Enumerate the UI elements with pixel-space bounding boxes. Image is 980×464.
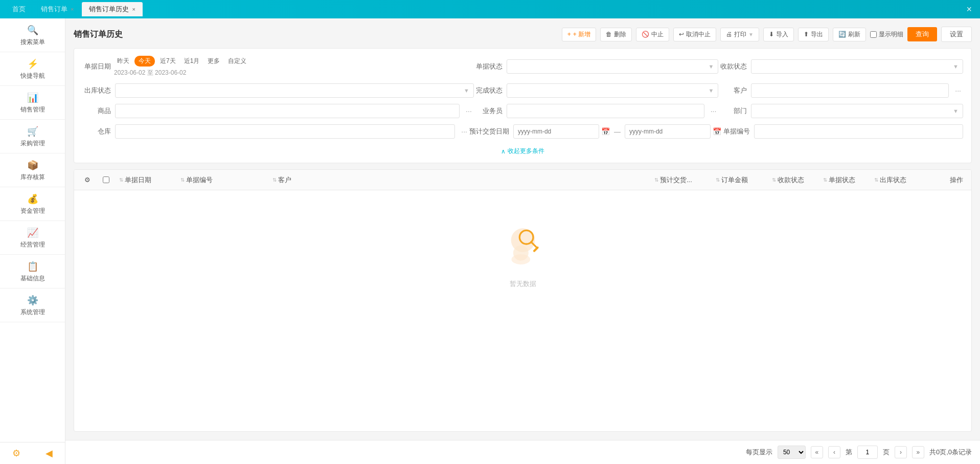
customer-more-btn[interactable]: ···: [953, 86, 963, 95]
first-page-btn[interactable]: «: [811, 446, 823, 458]
warehouse-input[interactable]: [115, 124, 455, 139]
per-page-select[interactable]: 50 10 20 100: [778, 446, 806, 459]
new-button[interactable]: + + 新增: [562, 28, 596, 41]
sidebar-item-finance[interactable]: 💰 资金管理: [0, 187, 65, 221]
delivery-date-label: 预计交货日期: [469, 127, 509, 136]
sidebar-collapse-btn[interactable]: ◀: [45, 448, 53, 459]
sidebar-settings-btn[interactable]: ⚙: [12, 448, 20, 459]
goods-more-btn[interactable]: ···: [464, 107, 474, 115]
sidebar-item-system[interactable]: ⚙️ 系统管理: [0, 289, 65, 322]
delivery-end-input[interactable]: [625, 124, 711, 139]
last-page-btn[interactable]: »: [912, 446, 924, 458]
sidebar-item-inventory[interactable]: 📦 库存核算: [0, 153, 65, 187]
th-delivery: ⇅ 预计交货...: [650, 175, 712, 185]
date-label: 单据日期: [82, 62, 111, 71]
empty-illustration: [497, 221, 549, 272]
empty-state: 暂无数据: [74, 190, 971, 309]
new-icon: +: [567, 31, 571, 38]
stock-status-select[interactable]: ▼: [115, 83, 474, 98]
th-sort-status-icon: ⇅: [823, 177, 827, 183]
window-close-btn[interactable]: ×: [963, 3, 975, 16]
cancel-stop-button[interactable]: ↩ 取消中止: [673, 28, 716, 41]
salesperson-more-btn[interactable]: ···: [709, 107, 719, 115]
collapse-btn[interactable]: ∧ 收起更多条件: [82, 145, 963, 156]
query-button[interactable]: 查询: [907, 27, 937, 41]
filter-order-no: 单据编号: [721, 124, 963, 139]
goods-input[interactable]: [115, 104, 460, 118]
toolbar: + + 新增 🗑 删除 🚫 中止 ↩ 取消中止: [562, 27, 972, 42]
refresh-button[interactable]: 🔄 刷新: [833, 28, 866, 41]
order-no-input[interactable]: [754, 124, 963, 139]
th-amount: ⇅ 订单金额: [712, 175, 768, 185]
print-button[interactable]: 🖨 打印 ▼: [720, 28, 759, 41]
content-area: 销售订单历史 + + 新增 🗑 删除 🚫 中止 ↩: [65, 18, 980, 464]
sidebar-item-search-label: 搜索菜单: [20, 38, 45, 47]
date-opt-custom[interactable]: 自定义: [225, 56, 249, 67]
stop-button[interactable]: 🚫 中止: [636, 28, 669, 41]
tab-sales-history-close[interactable]: ×: [132, 6, 135, 12]
sidebar-item-purchase[interactable]: 🛒 采购管理: [0, 120, 65, 153]
th-check[interactable]: [97, 176, 115, 183]
filter-date: 单据日期 昨天 今天 近7天 近1月 更多 自定义 2023-06-02 至 2…: [82, 56, 474, 77]
next-page-btn[interactable]: ›: [895, 446, 907, 458]
complete-status-select[interactable]: ▼: [507, 83, 719, 98]
tab-sales-history[interactable]: 销售订单历史 ×: [82, 2, 142, 16]
date-opt-today[interactable]: 今天: [134, 56, 155, 67]
total-label: 共0页,0条记录: [929, 448, 972, 457]
sidebar-item-search[interactable]: 🔍 搜索菜单: [0, 18, 65, 52]
salesperson-input[interactable]: [507, 104, 704, 118]
select-all-checkbox[interactable]: [103, 176, 109, 183]
top-bar-right: ×: [963, 3, 975, 16]
page-label-suffix: 页: [883, 448, 890, 457]
collect-status-label: 收款状态: [718, 62, 747, 71]
dept-label: 部门: [718, 106, 747, 116]
th-settings[interactable]: ⚙: [78, 176, 97, 184]
customer-label: 客户: [718, 86, 747, 95]
inventory-icon: 📦: [27, 160, 38, 171]
delivery-start-input[interactable]: [513, 124, 599, 139]
delivery-start-cal-icon[interactable]: 📅: [601, 127, 610, 136]
th-customer: ⇅ 客户: [268, 175, 650, 185]
warehouse-more-btn[interactable]: ···: [459, 127, 469, 136]
dept-select[interactable]: ▼: [751, 104, 963, 118]
bill-status-select[interactable]: ▼: [507, 59, 719, 74]
goods-label: 商品: [82, 106, 111, 116]
filter-complete-status: 完成状态 ▼: [474, 83, 719, 98]
stop-label: 中止: [651, 30, 664, 39]
date-opt-1month[interactable]: 近1月: [181, 56, 203, 67]
sidebar-item-operations[interactable]: 📈 经营管理: [0, 221, 65, 255]
import-button[interactable]: ⬇ 导入: [763, 28, 794, 41]
dept-arrow: ▼: [953, 108, 959, 114]
date-opt-yesterday[interactable]: 昨天: [114, 56, 132, 67]
sidebar-item-quick-nav[interactable]: ⚡ 快捷导航: [0, 52, 65, 86]
empty-text: 暂无数据: [510, 279, 536, 289]
prev-page-btn[interactable]: ‹: [828, 446, 840, 458]
customer-input[interactable]: [751, 83, 949, 98]
date-opt-7days[interactable]: 近7天: [157, 56, 179, 67]
table-card: ⚙ ⇅ 单据日期 ⇅ 单据编号 ⇅ 客户: [74, 169, 972, 432]
table-header: ⚙ ⇅ 单据日期 ⇅ 单据编号 ⇅ 客户: [74, 170, 971, 190]
tab-sales-order-close[interactable]: ×: [71, 6, 74, 12]
collect-status-select[interactable]: ▼: [751, 59, 963, 74]
delete-button[interactable]: 🗑 删除: [600, 28, 632, 41]
date-opt-more[interactable]: 更多: [204, 56, 223, 67]
sidebar-item-sales[interactable]: 📊 销售管理: [0, 86, 65, 120]
setting-button[interactable]: 设置: [941, 27, 972, 42]
date-separator: —: [612, 128, 623, 136]
print-label: 打印: [734, 30, 746, 39]
delivery-end-cal-icon[interactable]: 📅: [713, 127, 721, 136]
page-content: 销售订单历史 + + 新增 🗑 删除 🚫 中止 ↩: [65, 18, 980, 440]
export-button[interactable]: ⬆ 导出: [798, 28, 829, 41]
show-detail-checkbox[interactable]: [870, 31, 877, 38]
operations-icon: 📈: [27, 227, 38, 238]
salesperson-label: 业务员: [474, 106, 503, 116]
show-detail-checkbox-label[interactable]: 显示明细: [870, 30, 903, 39]
page-number-input[interactable]: [857, 446, 878, 459]
th-sort-delivery-icon: ⇅: [654, 177, 658, 183]
sidebar-item-basic-info[interactable]: 📋 基础信息: [0, 255, 65, 289]
page-label-prefix: 第: [846, 448, 852, 457]
new-label: + 新增: [573, 30, 590, 39]
tab-home[interactable]: 首页: [5, 2, 33, 16]
sidebar-item-finance-label: 资金管理: [20, 207, 45, 215]
tab-sales-order[interactable]: 销售订单 ×: [34, 2, 81, 16]
